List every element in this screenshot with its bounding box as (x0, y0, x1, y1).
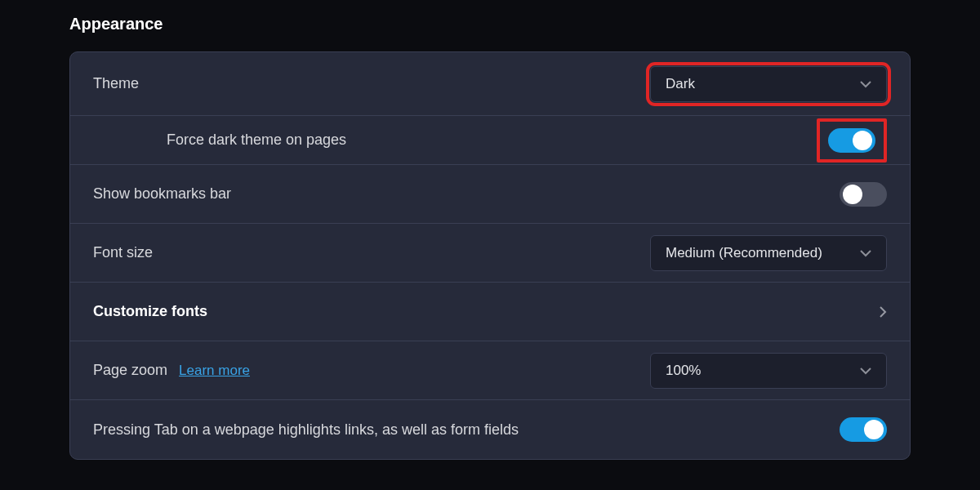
highlight-box (817, 118, 887, 163)
page-zoom-select[interactable]: 100% (650, 353, 887, 389)
page-zoom-label: Page zoom (93, 362, 167, 379)
customize-fonts-row[interactable]: Customize fonts (70, 283, 910, 341)
font-size-select-value: Medium (Recommended) (666, 245, 822, 261)
force-dark-row: Force dark theme on pages (70, 116, 910, 165)
force-dark-label: Force dark theme on pages (93, 131, 346, 149)
bookmarks-toggle[interactable] (840, 182, 887, 207)
learn-more-link[interactable]: Learn more (179, 363, 250, 379)
bookmarks-label: Show bookmarks bar (93, 185, 231, 203)
theme-select[interactable]: Dark (650, 66, 887, 102)
toggle-knob (853, 131, 872, 150)
page-zoom-select-value: 100% (666, 363, 701, 379)
tab-highlight-row: Pressing Tab on a webpage highlights lin… (70, 400, 910, 459)
bookmarks-row: Show bookmarks bar (70, 165, 910, 224)
chevron-right-icon (879, 305, 887, 318)
chevron-down-icon (860, 367, 871, 375)
page-zoom-row: Page zoom Learn more 100% (70, 341, 910, 400)
appearance-panel: Theme Dark Force dark theme on pages Sho… (69, 51, 911, 460)
force-dark-toggle[interactable] (828, 128, 875, 153)
font-size-select[interactable]: Medium (Recommended) (650, 235, 887, 271)
customize-fonts-label: Customize fonts (93, 303, 207, 320)
chevron-down-icon (860, 249, 871, 257)
font-size-row: Font size Medium (Recommended) (70, 224, 910, 283)
font-size-label: Font size (93, 244, 153, 261)
toggle-knob (864, 420, 884, 439)
theme-select-value: Dark (666, 76, 695, 92)
toggle-knob (843, 185, 862, 204)
theme-row: Theme Dark (70, 52, 910, 116)
chevron-down-icon (860, 80, 871, 88)
section-title: Appearance (69, 15, 911, 33)
tab-highlight-label: Pressing Tab on a webpage highlights lin… (93, 421, 519, 439)
tab-highlight-toggle[interactable] (840, 417, 887, 442)
theme-label: Theme (93, 75, 139, 92)
